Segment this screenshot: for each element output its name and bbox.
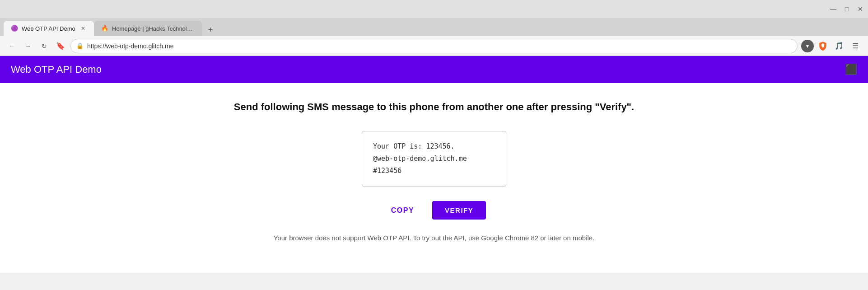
action-buttons: COPY VERIFY (382, 201, 486, 220)
menu-button[interactable]: ☰ (848, 39, 863, 53)
tab-title-2: Homepage | gHacks Technology News (112, 25, 195, 32)
tab-close-1[interactable]: ✕ (79, 25, 87, 32)
maximize-button[interactable]: □ (843, 5, 851, 13)
page-content: Send following SMS message to this phone… (0, 83, 868, 273)
reload-button[interactable]: ↻ (38, 40, 51, 52)
address-bar-right: ▼ 🎵 ☰ (801, 39, 863, 53)
forward-button[interactable]: → (22, 40, 34, 52)
address-bar: ← → ↻ 🔖 🔒 https://web-otp-demo.glitch.me… (0, 36, 868, 56)
close-button[interactable]: ✕ (856, 5, 864, 13)
new-tab-button[interactable]: + (204, 23, 217, 36)
brave-shield-button[interactable] (816, 39, 830, 53)
tab-favicon-2: 🔥 (101, 25, 108, 32)
sms-line-1: Your OTP is: 123456. (373, 140, 495, 153)
sms-message-box: Your OTP is: 123456. @web-otp-demo.glitc… (362, 131, 506, 187)
tab-bar: 🟣 Web OTP API Demo ✕ 🔥 Homepage | gHacks… (0, 18, 868, 36)
support-text: Your browser does not support Web OTP AP… (274, 234, 595, 242)
tab-favicon-1: 🟣 (11, 25, 18, 32)
title-bar: — □ ✕ (0, 0, 868, 18)
media-button[interactable]: 🎵 (832, 39, 846, 53)
sms-line-2: @web-otp-demo.glitch.me #123456 (373, 153, 495, 177)
url-text: https://web-otp-demo.glitch.me (87, 42, 173, 50)
app-header: Web OTP API Demo ⬛ (0, 56, 868, 83)
tab-ghacks[interactable]: 🔥 Homepage | gHacks Technology News (94, 21, 202, 36)
tab-title-1: Web OTP API Demo (22, 25, 76, 32)
copy-button[interactable]: COPY (382, 202, 423, 219)
back-button[interactable]: ← (5, 40, 18, 52)
url-bar[interactable]: 🔒 https://web-otp-demo.glitch.me (70, 39, 798, 53)
lock-icon: 🔒 (76, 42, 84, 49)
window-controls: — □ ✕ (829, 5, 864, 13)
brave-profile-button[interactable]: ▼ (801, 40, 814, 52)
verify-button[interactable]: VERIFY (432, 201, 486, 220)
tab-web-otp[interactable]: 🟣 Web OTP API Demo ✕ (4, 21, 94, 36)
install-app-icon[interactable]: ⬛ (845, 64, 857, 75)
app-header-title: Web OTP API Demo (11, 64, 102, 75)
browser-window: — □ ✕ 🟣 Web OTP API Demo ✕ 🔥 Homepage | … (0, 0, 868, 273)
instruction-text: Send following SMS message to this phone… (234, 101, 634, 113)
minimize-button[interactable]: — (829, 5, 837, 13)
bookmark-button[interactable]: 🔖 (54, 40, 67, 52)
